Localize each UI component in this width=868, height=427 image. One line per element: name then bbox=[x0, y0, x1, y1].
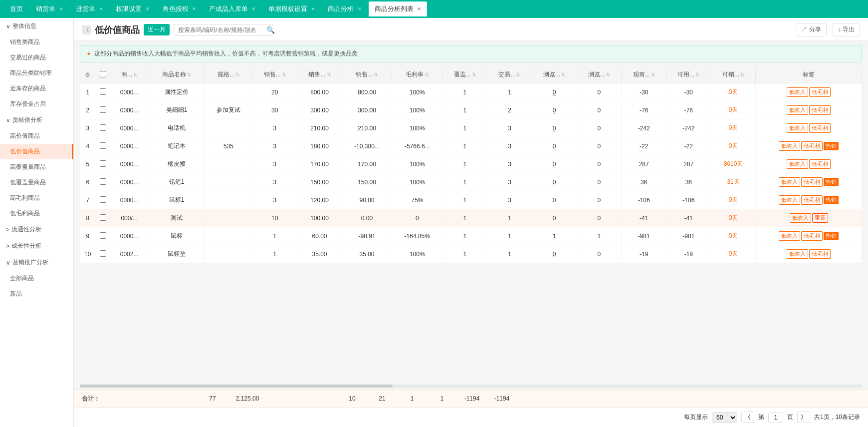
filter-month-button[interactable]: 近一月 bbox=[144, 24, 170, 35]
last-page-button[interactable]: 》 bbox=[797, 412, 810, 423]
cell-browse1[interactable]: 0 bbox=[532, 245, 577, 263]
nav-purchase[interactable]: 进货单 × bbox=[70, 1, 109, 16]
nav-role[interactable]: 角色授权 × bbox=[157, 1, 202, 16]
sidebar-item-low-coverage[interactable]: 低覆盖量商品 bbox=[0, 175, 73, 190]
export-button[interactable]: ↓ 导出 bbox=[833, 23, 860, 36]
horizontal-scrollbar[interactable] bbox=[80, 385, 862, 388]
nav-role-close[interactable]: × bbox=[192, 5, 196, 12]
cell-coverage: 1 bbox=[442, 101, 487, 119]
row-checkbox[interactable] bbox=[100, 142, 106, 149]
nav-analysis-list[interactable]: 商品分析列表 × bbox=[369, 1, 427, 16]
row-checkbox[interactable] bbox=[100, 106, 106, 113]
nav-permission[interactable]: 权限设置 × bbox=[110, 1, 155, 16]
scroll-thumb[interactable] bbox=[80, 385, 393, 388]
table-row: 9 0000... 鼠标 1 60.00 -98.91 -164.85% 1 1… bbox=[80, 227, 862, 245]
nav-template[interactable]: 单据模板设置 × bbox=[262, 1, 321, 16]
nav-sales[interactable]: 销货单 × bbox=[30, 1, 69, 16]
col-setting[interactable]: ⚙ bbox=[80, 66, 96, 83]
sidebar-item-near-inventory[interactable]: 近库存的商品 bbox=[0, 81, 73, 96]
cell-current: -981 bbox=[622, 227, 666, 245]
cell-coverage: 1 bbox=[442, 227, 487, 245]
nav-home[interactable]: 首页 bbox=[4, 1, 29, 16]
nav-analysis-list-close[interactable]: × bbox=[417, 5, 421, 12]
nav-product-in-close[interactable]: × bbox=[252, 5, 256, 12]
cell-browse1[interactable]: 1 bbox=[532, 227, 577, 245]
cell-code: 000/... bbox=[110, 209, 149, 227]
nav-analysis-close[interactable]: × bbox=[358, 5, 362, 12]
nav-sales-close[interactable]: × bbox=[59, 5, 63, 12]
sidebar-item-high-coverage[interactable]: 高覆盖量商品 bbox=[0, 159, 73, 175]
sidebar-item-high-value[interactable]: 高价值商品 bbox=[0, 128, 73, 144]
cell-checkbox[interactable] bbox=[96, 245, 110, 263]
sidebar-item-low-value[interactable]: 低价值商品 bbox=[0, 144, 73, 159]
row-checkbox[interactable] bbox=[100, 88, 106, 95]
sidebar-item-category-rate[interactable]: 商品分类助销率 bbox=[0, 65, 73, 81]
browse1-link[interactable]: 0 bbox=[553, 107, 556, 114]
sidebar-group-marketing[interactable]: ∨ 营销推广分析 bbox=[0, 254, 73, 271]
cell-checkbox[interactable] bbox=[96, 155, 110, 173]
sidebar-group-circulation[interactable]: > 流通性分析 bbox=[0, 221, 73, 238]
table-container[interactable]: ⚙ 商...⇅ 商品名称⇅ 规格...⇅ 销售...⇅ 销售...⇅ 销售...… bbox=[80, 66, 862, 383]
tag-badge: 低收入 bbox=[779, 141, 800, 151]
cell-browse1[interactable]: 0 bbox=[532, 101, 577, 119]
sidebar-item-all-goods[interactable]: 全部商品 bbox=[0, 271, 73, 286]
cell-browse1[interactable]: 0 bbox=[532, 191, 577, 209]
browse1-link[interactable]: 1 bbox=[553, 233, 556, 240]
row-checkbox[interactable] bbox=[100, 124, 106, 131]
cell-browse1[interactable]: 0 bbox=[532, 137, 577, 155]
cell-browse1[interactable]: 0 bbox=[532, 209, 577, 227]
sidebar-item-sales-goods[interactable]: 销售类商品 bbox=[0, 34, 73, 50]
page-number-input[interactable] bbox=[768, 413, 783, 423]
cell-checkbox[interactable] bbox=[96, 137, 110, 155]
nav-analysis[interactable]: 商品分析 × bbox=[322, 1, 367, 16]
sidebar-item-new-goods[interactable]: 新品 bbox=[0, 286, 73, 302]
collapse-sidebar-button[interactable]: 《 bbox=[82, 25, 91, 34]
browse1-link[interactable]: 0 bbox=[553, 251, 556, 258]
browse1-link[interactable]: 0 bbox=[553, 215, 556, 222]
row-checkbox[interactable] bbox=[100, 160, 106, 167]
nav-permission-close[interactable]: × bbox=[146, 5, 150, 12]
cell-checkbox[interactable] bbox=[96, 101, 110, 119]
browse1-link[interactable]: 0 bbox=[553, 125, 556, 132]
page-size-select[interactable]: 50 100 bbox=[712, 412, 737, 423]
sidebar-item-inventory-capital[interactable]: 库存资金占用 bbox=[0, 96, 73, 112]
sidebar-group-contribution[interactable]: ∨ 贡献值分析 bbox=[0, 112, 73, 128]
cell-checkbox[interactable] bbox=[96, 191, 110, 209]
cell-browse1[interactable]: 0 bbox=[532, 83, 577, 101]
row-checkbox[interactable] bbox=[100, 250, 106, 257]
cell-checkbox[interactable] bbox=[96, 227, 110, 245]
footer-browse2: 1 bbox=[427, 394, 457, 403]
cell-checkbox[interactable] bbox=[96, 83, 110, 101]
browse1-link[interactable]: 0 bbox=[553, 197, 556, 204]
share-button[interactable]: ↗ 分享 bbox=[796, 23, 826, 36]
sidebar-item-low-margin[interactable]: 低毛利商品 bbox=[0, 206, 73, 221]
browse1-link[interactable]: 0 bbox=[553, 179, 556, 186]
cell-checkbox[interactable] bbox=[96, 209, 110, 227]
select-all-checkbox[interactable] bbox=[100, 71, 106, 77]
sidebar-item-traded[interactable]: 交易过的商品 bbox=[0, 50, 73, 65]
browse1-link[interactable]: 0 bbox=[553, 143, 556, 150]
nav-product-in[interactable]: 产成品入库单 × bbox=[203, 1, 261, 16]
cell-browse1[interactable]: 0 bbox=[532, 155, 577, 173]
nav-purchase-close[interactable]: × bbox=[99, 5, 103, 12]
cell-browse1[interactable]: 0 bbox=[532, 173, 577, 191]
sidebar-group-overall[interactable]: ∨ 整体信息 bbox=[0, 18, 73, 34]
browse1-link[interactable]: 0 bbox=[553, 161, 556, 168]
search-input[interactable] bbox=[174, 24, 273, 36]
cell-browse1[interactable]: 0 bbox=[532, 119, 577, 137]
row-checkbox[interactable] bbox=[100, 178, 106, 185]
row-checkbox[interactable] bbox=[100, 214, 106, 221]
cell-code: 0000... bbox=[110, 191, 149, 209]
nav-template-close[interactable]: × bbox=[311, 5, 315, 12]
browse1-link[interactable]: 0 bbox=[553, 89, 556, 96]
cell-checkbox[interactable] bbox=[96, 173, 110, 191]
sidebar-item-high-margin[interactable]: 高毛利商品 bbox=[0, 190, 73, 206]
row-checkbox[interactable] bbox=[100, 232, 106, 239]
sidebar-group-growth[interactable]: > 成长性分析 bbox=[0, 238, 73, 254]
cell-checkbox[interactable] bbox=[96, 119, 110, 137]
first-page-button[interactable]: 《 bbox=[741, 412, 754, 423]
col-checkbox[interactable] bbox=[96, 66, 110, 83]
cell-saleable: 0天 bbox=[711, 209, 756, 227]
row-checkbox[interactable] bbox=[100, 196, 106, 203]
days-value: 0天 bbox=[729, 142, 738, 149]
